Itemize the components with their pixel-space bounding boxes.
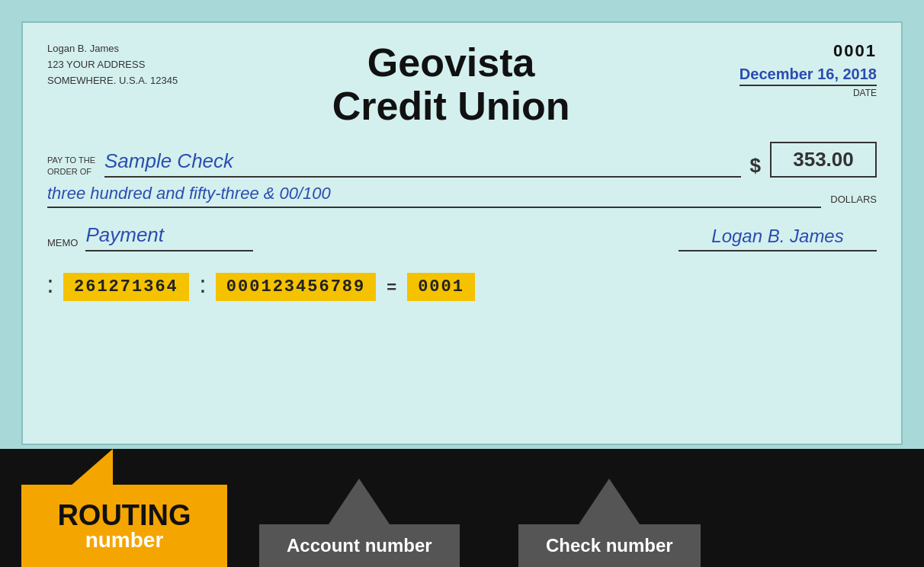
top-right-info: 0001 December 16, 2018 DATE	[724, 41, 877, 98]
pay-to-section: PAY TO THE ORDER OF Sample Check $ 353.0…	[47, 142, 877, 178]
micr-colon-right: ⁚	[200, 277, 205, 297]
micr-colon-left: ⁚	[47, 277, 53, 297]
date-section: December 16, 2018 DATE	[724, 66, 877, 98]
routing-box: ROUTING number	[21, 485, 227, 567]
check-number-label: Check number	[518, 479, 701, 567]
micr-line: ⁚ 261271364 ⁚ 000123456789 = 0001	[47, 273, 877, 301]
signature: Logan B. James	[711, 226, 843, 246]
amount-box: 353.00	[770, 142, 877, 178]
dollar-sign: $	[750, 154, 761, 178]
account-arrow-icon	[329, 479, 390, 524]
account-number-label: Account number	[259, 479, 460, 567]
check-arrow-icon	[579, 479, 640, 524]
bank-name: Geovista Credit Union	[193, 41, 709, 128]
date-value: December 16, 2018	[740, 66, 877, 86]
date-label: DATE	[853, 88, 877, 98]
micr-equals: =	[387, 277, 396, 297]
sender-name: Logan B. James	[47, 41, 178, 57]
bank-name-line2: Credit Union	[193, 85, 709, 128]
account-label-text: Account number	[287, 535, 432, 556]
memo-sig-row: MEMO Payment Logan B. James	[47, 223, 877, 251]
micr-check-number: 0001	[407, 273, 475, 301]
micr-account-number: 000123456789	[216, 273, 376, 301]
bank-name-line1: Geovista	[193, 41, 709, 85]
check-label-box: Check number	[518, 524, 701, 567]
memo-section: MEMO Payment	[47, 223, 253, 251]
written-amount: three hundred and fifty-three & 00/100	[47, 184, 821, 208]
memo-value: Payment	[85, 223, 164, 246]
sender-address1: 123 YOUR ADDRESS	[47, 57, 178, 73]
account-label-box: Account number	[259, 524, 460, 567]
check-number-display: 0001	[800, 41, 877, 61]
check-document: Logan B. James 123 YOUR ADDRESS SOMEWHER…	[21, 21, 903, 445]
pay-to-line: Sample Check	[104, 149, 741, 178]
routing-arrow-container: ROUTING number	[21, 449, 227, 567]
memo-line: Payment	[85, 223, 253, 251]
routing-text-number: number	[85, 530, 164, 551]
micr-routing-number: 261271364	[63, 273, 189, 301]
routing-text-routing: ROUTING	[57, 501, 191, 530]
check-label-text: Check number	[546, 535, 673, 556]
amount-value: 353.00	[793, 148, 854, 171]
dollars-label: DOLLARS	[830, 194, 877, 208]
routing-label: ROUTING number	[21, 449, 227, 567]
sender-address2: SOMEWHERE. U.S.A. 12345	[47, 73, 178, 89]
signature-line: Logan B. James	[679, 226, 877, 251]
payee-name: Sample Check	[104, 149, 233, 172]
pay-to-label: PAY TO THE ORDER OF	[47, 155, 95, 178]
memo-label: MEMO	[47, 237, 78, 251]
sender-info: Logan B. James 123 YOUR ADDRESS SOMEWHER…	[47, 41, 178, 88]
written-amount-row: three hundred and fifty-three & 00/100 D…	[47, 184, 877, 208]
